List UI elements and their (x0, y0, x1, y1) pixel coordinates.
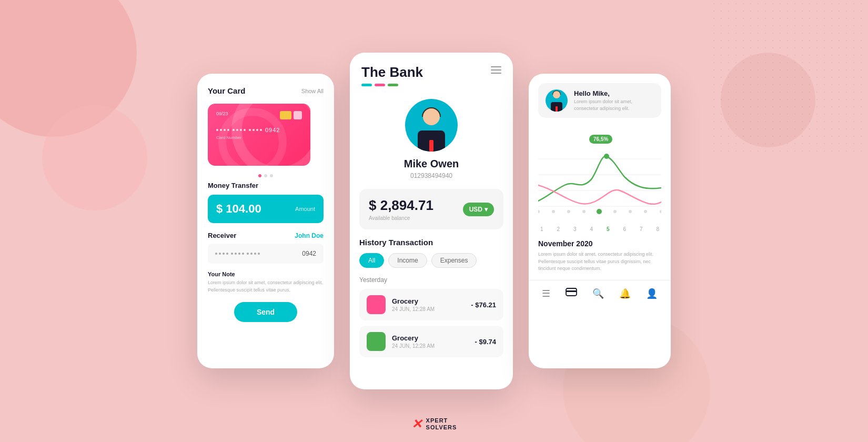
svg-point-6 (567, 210, 570, 213)
usd-label: USD (469, 206, 482, 213)
color-dot-teal (361, 84, 372, 86)
tx-icon-green (367, 332, 386, 351)
dot-ind-1 (258, 174, 261, 177)
brand-name-line2: SOLVERS (426, 424, 457, 431)
hello-subtitle: Lorem ipsum dolor sit amet, consectetur … (574, 98, 654, 112)
avatar-section: Mike Owen 012938494940 (350, 92, 513, 189)
user-avatar (405, 99, 458, 152)
tx-date-1: 24 JUN, 12:28 AM (392, 306, 465, 312)
date-group-yesterday: Yesterday (359, 276, 503, 284)
x-label-2: 2 (557, 226, 560, 232)
tab-all[interactable]: All (359, 253, 384, 268)
money-transfer-label: Money Transfer (208, 182, 324, 189)
nav-user-icon[interactable]: 👤 (646, 288, 658, 299)
screens-container: Your Card Show All 09/23 0942 Card Numbe… (197, 53, 671, 389)
tx-name-2: Grocery (392, 334, 469, 342)
chip-white (294, 111, 302, 119)
note-section: Your Note Lorem ipsum dolor sit amet, co… (208, 271, 324, 294)
show-all-link[interactable]: Show All (301, 88, 324, 94)
card-dots: 0942 (216, 127, 302, 133)
amount-label: Amount (295, 206, 315, 212)
receiver-dots (215, 253, 260, 255)
card-chips (280, 111, 302, 119)
nav-search-icon[interactable]: 🔍 (592, 288, 604, 299)
receiver-row: Receiver John Doe (208, 232, 324, 239)
chart-month: November 2020 (538, 239, 661, 248)
amount-input-box[interactable]: $ 104.00 Amount (208, 195, 324, 223)
svg-point-5 (552, 210, 555, 213)
history-title: History Transaction (359, 238, 503, 247)
svg-point-11 (644, 210, 647, 213)
chart-info: November 2020 Lorem ipsum dolor sit amet… (538, 239, 661, 280)
receiver-last4: 0942 (302, 250, 316, 257)
brand-name: XPERT SOLVERS (426, 417, 457, 431)
tx-amount-1: - $76.21 (471, 301, 496, 309)
bank-color-dots (361, 84, 423, 86)
usd-chevron: ▾ (485, 206, 488, 213)
card-number-label: Card Number (216, 135, 241, 140)
tab-expenses[interactable]: Expenses (431, 253, 477, 268)
user-name: Mike Owen (404, 158, 459, 170)
svg-rect-14 (566, 290, 577, 292)
hamburger-menu-icon[interactable] (491, 66, 501, 74)
nav-bell-icon[interactable]: 🔔 (619, 288, 631, 299)
receiver-label: Receiver (208, 232, 236, 239)
x-label-5: 5 (607, 226, 610, 232)
bottom-nav: ☰ 🔍 🔔 👤 (529, 280, 671, 307)
receiver-name: John Doe (295, 232, 324, 239)
bank-header: The Bank (350, 53, 513, 92)
receiver-input[interactable]: 0942 (208, 244, 324, 264)
svg-point-9 (613, 210, 617, 213)
card-last4: 0942 (265, 127, 280, 133)
note-text: Lorem ipsum dolor sit amet, consectetur … (208, 279, 324, 294)
chart-area: 76,5% (538, 127, 661, 222)
balance-card: $ 2,894.71 Available balance USD ▾ (359, 189, 503, 229)
footer-brand: ✕ XPERT SOLVERS (411, 417, 457, 431)
tx-info-1: Grocery 24 JUN, 12:28 AM (392, 297, 465, 312)
dot-ind-2 (264, 174, 267, 177)
balance-info: $ 2,894.71 Available balance (369, 197, 433, 221)
svg-point-10 (629, 210, 632, 213)
screen1-header: Your Card Show All (208, 86, 324, 95)
tx-icon-red (367, 295, 386, 314)
dotted-pattern (710, 0, 868, 158)
bank-title-block: The Bank (361, 64, 423, 86)
person-body (418, 130, 445, 152)
dots-indicator (208, 174, 324, 177)
tx-date-2: 24 JUN, 12:28 AM (392, 343, 469, 349)
history-section: History Transaction All Income Expenses … (350, 238, 513, 357)
credit-card: 09/23 0942 Card Number (208, 104, 310, 166)
bank-title: The Bank (361, 64, 423, 81)
hello-card: Hello Mike, Lorem ipsum dolor sit amet, … (538, 83, 661, 118)
card-carousel: 09/23 0942 Card Number (208, 104, 324, 166)
x-label-8: 8 (656, 226, 659, 232)
x-label-7: 7 (640, 226, 643, 232)
transaction-item-2: Grocery 24 JUN, 12:28 AM - $9.74 (359, 326, 503, 357)
tab-row: All Income Expenses (359, 253, 503, 268)
svg-point-7 (582, 210, 586, 213)
svg-point-8 (597, 209, 602, 214)
dot-ind-3 (270, 174, 273, 177)
svg-point-12 (660, 210, 661, 213)
nav-menu-icon[interactable]: ☰ (542, 288, 550, 299)
hello-title: Hello Mike, (574, 89, 654, 97)
tab-income[interactable]: Income (388, 253, 427, 268)
chart-svg (538, 138, 661, 222)
color-dot-green (388, 84, 398, 86)
bg-blob-2 (42, 105, 147, 210)
nav-card-icon[interactable] (566, 288, 577, 299)
balance-label: Available balance (369, 215, 433, 221)
card-label-row: Card Number (216, 135, 302, 140)
chart-description: Lorem ipsum dolor sit amet, consectetur … (538, 251, 661, 273)
person-head (423, 108, 440, 125)
note-title: Your Note (208, 271, 324, 277)
brand-x-icon: ✕ (411, 417, 422, 431)
hello-text: Hello Mike, Lorem ipsum dolor sit amet, … (574, 89, 654, 112)
color-dot-pink (375, 84, 385, 86)
your-card-title: Your Card (208, 86, 245, 95)
balance-amount: $ 2,894.71 (369, 197, 433, 214)
small-avatar-inner (546, 89, 568, 112)
usd-badge[interactable]: USD ▾ (463, 203, 494, 216)
send-button[interactable]: Send (234, 302, 297, 322)
user-phone: 012938494940 (410, 172, 452, 179)
